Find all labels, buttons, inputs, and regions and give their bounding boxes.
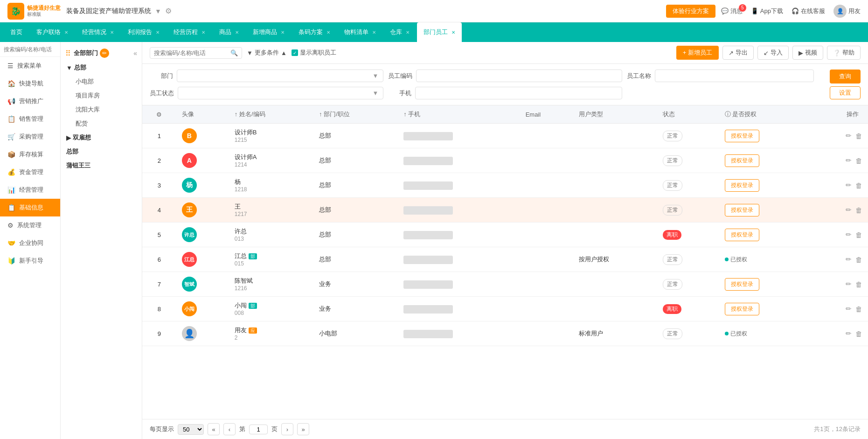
auth-login-button[interactable]: 授权登录 (725, 229, 759, 241)
dept-item-putiuwangsan[interactable]: 蒲钮王三 (61, 159, 142, 173)
dept-item-shuangzixiang[interactable]: ▶ 双雇想 (61, 131, 142, 145)
online-support-button[interactable]: 🎧 在线客服 (792, 7, 825, 15)
sidebar-item-system[interactable]: ⚙ 系统管理 (0, 216, 60, 234)
tab-goods-close[interactable]: ✕ (235, 30, 239, 35)
view-button[interactable]: ▶ 视频 (792, 46, 823, 60)
sidebar-item-ops[interactable]: 📊 经营管理 (0, 181, 60, 199)
tab-barcode[interactable]: 条码方案 ✕ (292, 22, 337, 42)
delete-button[interactable]: 🗑 (855, 206, 862, 214)
delete-button[interactable]: 🗑 (855, 181, 862, 189)
edit-button[interactable]: ✏ (846, 329, 852, 338)
filter-emp-name-input[interactable] (655, 70, 814, 82)
edit-button[interactable]: ✏ (846, 230, 852, 239)
auth-login-button[interactable]: 授权登录 (725, 204, 759, 216)
delete-button[interactable]: 🗑 (855, 330, 862, 338)
delete-button[interactable]: 🗑 (855, 132, 862, 140)
delete-button[interactable]: 🗑 (855, 231, 862, 239)
sidebar-item-collaboration[interactable]: 🤝 企业协同 (0, 234, 60, 252)
current-page-input[interactable] (249, 425, 268, 434)
tab-warehouse-close[interactable]: ✕ (406, 30, 410, 35)
sidebar-item-marketing[interactable]: 📢 营销推广 (0, 92, 60, 110)
sidebar-item-purchase[interactable]: 🛒 采购管理 (0, 128, 60, 146)
auth-login-button[interactable]: 授权登录 (725, 278, 759, 291)
sidebar-item-guide[interactable]: 🔰 新手引导 (0, 252, 60, 270)
auth-login-button[interactable]: 授权登录 (725, 154, 759, 167)
dept-panel-label[interactable]: 全部部门 (74, 49, 98, 57)
tab-profit-close[interactable]: ✕ (156, 30, 160, 35)
export-button[interactable]: ↗ 导出 (722, 46, 754, 60)
tab-bom-close[interactable]: ✕ (372, 30, 376, 35)
next-page-button[interactable]: › (281, 423, 293, 435)
add-employee-button[interactable]: + 新增员工 (676, 46, 719, 60)
edit-button[interactable]: ✏ (846, 206, 852, 214)
import-button[interactable]: ↙ 导入 (757, 46, 789, 60)
dept-panel-add-btn[interactable]: ✏ (100, 49, 109, 58)
col-dept[interactable]: ↑ 部门/职位 (313, 105, 398, 124)
tab-ops-close[interactable]: ✕ (110, 30, 114, 35)
filter-phone-input[interactable] (415, 87, 622, 99)
gear-icon[interactable]: ⚙ (165, 7, 172, 15)
edit-button[interactable]: ✏ (846, 181, 852, 189)
tab-barcode-close[interactable]: ✕ (326, 30, 330, 35)
user-avatar[interactable]: 👤 用友 (833, 5, 861, 18)
tab-history-close[interactable]: ✕ (201, 30, 205, 35)
sidebar-item-finance[interactable]: 💰 资金管理 (0, 163, 60, 181)
reset-button[interactable]: 设置 (830, 86, 861, 99)
auth-login-button[interactable]: 授权登录 (725, 179, 759, 192)
filter-emp-code-input[interactable] (416, 70, 622, 82)
more-conditions-button[interactable]: ▼ 更多条件 ▲ (247, 49, 287, 57)
col-name[interactable]: ↑ 姓名/编码 (229, 105, 313, 124)
sidebar-item-quick-nav[interactable]: 🏠 快捷导航 (0, 75, 60, 92)
trial-button[interactable]: 体验行业方案 (666, 5, 715, 18)
sidebar-item-sales[interactable]: 📋 销售管理 (0, 110, 60, 128)
sidebar-item-basic-info[interactable]: 📋 基础信息 (0, 199, 60, 216)
search-menu-input[interactable] (4, 46, 61, 53)
dept-item-shenyang[interactable]: 沈阳大库 (61, 103, 142, 117)
prev-page-button[interactable]: ‹ (223, 423, 236, 435)
dept-item-zongbu[interactable]: ▼ 总部 (61, 61, 142, 75)
col-settings[interactable]: ⚙ (142, 105, 176, 124)
edit-button[interactable]: ✏ (846, 305, 852, 313)
dept-item-zongbu2[interactable]: 总部 (61, 145, 142, 159)
tab-add-goods-close[interactable]: ✕ (281, 30, 285, 35)
tab-dept-employee[interactable]: 部门员工 ✕ (417, 22, 462, 42)
edit-button[interactable]: ✏ (846, 280, 852, 288)
app-download-button[interactable]: 📱 App下载 (751, 7, 783, 15)
delete-button[interactable]: 🗑 (855, 157, 862, 165)
first-page-button[interactable]: « (208, 423, 220, 435)
tab-dept-close[interactable]: ✕ (451, 30, 455, 35)
edit-button[interactable]: ✏ (846, 255, 852, 264)
tab-profit[interactable]: 利润报告 ✕ (121, 22, 166, 42)
page-size-select[interactable]: 50 10 20 100 (178, 424, 204, 435)
edit-button[interactable]: ✏ (846, 156, 852, 165)
help-button[interactable]: ❔ 帮助 (827, 46, 861, 60)
delete-button[interactable]: 🗑 (855, 305, 862, 313)
auth-login-button[interactable]: 授权登录 (725, 303, 759, 315)
auth-login-button[interactable]: 授权登录 (725, 130, 759, 142)
delete-button[interactable]: 🗑 (855, 256, 862, 264)
edit-button[interactable]: ✏ (846, 132, 852, 140)
search-icon[interactable]: 🔍 (230, 49, 238, 56)
search-input[interactable] (154, 49, 229, 56)
last-page-button[interactable]: » (297, 423, 309, 435)
tab-bom[interactable]: 物料清单 ✕ (338, 22, 382, 42)
filter-dept-select[interactable]: ▼ (177, 70, 383, 82)
show-resigned-checkbox[interactable]: ✓ 显示离职员工 (292, 49, 336, 57)
tab-customer-close[interactable]: ✕ (64, 30, 68, 35)
query-button[interactable]: 查询 (830, 70, 861, 84)
dept-panel-collapse-btn[interactable]: « (133, 49, 137, 57)
dept-item-peihuo[interactable]: 配货 (61, 117, 142, 131)
tab-home[interactable]: 首页 (4, 22, 29, 42)
tab-history[interactable]: 经营历程 ✕ (167, 22, 212, 42)
col-phone[interactable]: ↑ 手机 (398, 105, 520, 124)
tab-goods[interactable]: 商品 ✕ (213, 22, 245, 42)
sidebar-item-inventory[interactable]: 📦 库存核算 (0, 146, 60, 163)
tab-add-goods[interactable]: 新增商品 ✕ (246, 22, 291, 42)
messages-button[interactable]: 💬 消息 5 (721, 7, 743, 15)
filter-status-select[interactable]: ▼ (178, 87, 383, 99)
delete-button[interactable]: 🗑 (855, 280, 862, 288)
tab-customer[interactable]: 客户联络 ✕ (30, 22, 75, 42)
tab-operations[interactable]: 经营情况 ✕ (76, 22, 120, 42)
dept-item-xiangmu[interactable]: 项目库房 (61, 89, 142, 103)
dept-item-xiaodianbu[interactable]: 小电部 (61, 75, 142, 89)
